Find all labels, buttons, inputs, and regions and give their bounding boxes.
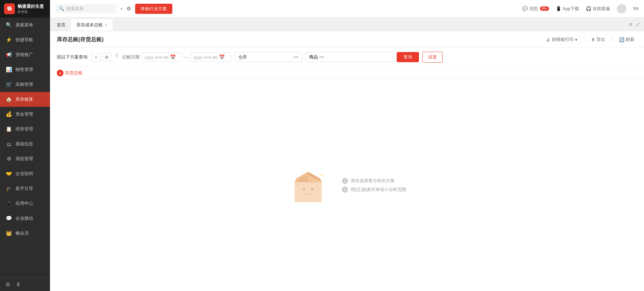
empty-illustration <box>288 165 328 205</box>
filter-action-buttons: + ⚙ 《 <box>92 53 118 62</box>
sidebar-item-wechat[interactable]: 💬 企业微信 <box>0 211 50 226</box>
sidebar-label-inventory: 库存核算 <box>16 96 33 102</box>
logo-text: 畅捷通好生意 标准版 <box>18 3 44 14</box>
sidebar-item-marketing[interactable]: 📢 营销推广 <box>0 47 50 62</box>
warehouse-more-icon: ••• <box>293 54 298 60</box>
product-more-icon: ••• <box>319 54 324 60</box>
action-divider-1 <box>584 37 585 42</box>
topbar-right: 💬 消息 99+ 📱 App下载 🎧 在线客服 Rit <box>522 4 639 14</box>
sidebar-bottom: ⚙ ⏸ <box>0 277 50 291</box>
sidebar-item-finance[interactable]: 💰 资金管理 <box>0 107 50 122</box>
online-support-item[interactable]: 🎧 在线客服 <box>586 6 610 12</box>
tab-close-icon[interactable]: × <box>105 23 107 27</box>
tab-home[interactable]: 首页 <box>51 19 71 31</box>
message-item[interactable]: 💬 消息 99+ <box>522 6 549 12</box>
warehouse-field[interactable]: 仓库 ••• <box>234 52 302 62</box>
filter-row: 记账日期 yyyy-mm-dd 📅 — yyyy-mm-dd 📅 仓库 ••• <box>122 52 637 63</box>
add-filter-button[interactable]: + <box>92 53 100 62</box>
sidebar-label-appstore: 应用中心 <box>16 200 33 207</box>
svg-rect-0 <box>295 182 322 202</box>
sales-icon: 📊 <box>5 66 12 73</box>
collapse-filter-icon[interactable]: 《 <box>113 53 118 62</box>
sidebar-label-purchase: 采购管理 <box>16 81 33 88</box>
sidebar-label-member: 畅会员 <box>16 230 29 236</box>
svg-point-7 <box>311 188 313 190</box>
print-chevron-icon: ▾ <box>575 37 577 42</box>
date-field: 记账日期 yyyy-mm-dd 📅 — yyyy-mm-dd 📅 <box>122 52 231 62</box>
page-actions: 🖨 按模板打印 ▾ ⬆ 导出 🔄 刷新 <box>543 35 637 44</box>
tab-inventory-label: 库存成本总账 <box>76 22 103 28</box>
main-area: 🔍 搜索菜单 ▾ ⚙ 体验行业方案 💬 消息 99+ 📱 App下载 🎧 在线客… <box>50 0 644 291</box>
close-panel-icon[interactable]: ✕ <box>628 21 633 27</box>
sidebar-item-shortcut[interactable]: ⚡ 快捷导航 <box>0 32 50 47</box>
inventory-icon: 🏠 <box>5 96 12 103</box>
app-download-label: App下载 <box>563 6 579 12</box>
sidebar: 畅 畅捷通好生意 标准版 🔍 搜索菜单 ⚡ 快捷导航 📢 营销推广 📊 销售管理… <box>0 0 50 291</box>
logo-icon: 畅 <box>4 3 15 14</box>
tab-inventory-ledger[interactable]: 库存成本总账 × <box>71 19 113 31</box>
settings-filter-button[interactable]: ⚙ <box>102 53 111 62</box>
settings-button[interactable]: 设置 <box>422 52 443 63</box>
box-svg <box>288 165 328 205</box>
sidebar-item-purchase[interactable]: 🛒 采购管理 <box>0 77 50 92</box>
sidebar-label-cooperation: 企业协同 <box>16 171 33 177</box>
settings-icon[interactable]: ⚙ <box>5 281 10 288</box>
message-icon: 💬 <box>522 6 528 11</box>
sidebar-label-shortcut: 快捷导航 <box>16 37 33 43</box>
calendar-start-icon: 📅 <box>170 54 176 60</box>
sub-filter-label: 存货总账 <box>65 70 82 76</box>
sidebar-item-appstore[interactable]: 📱 应用中心 <box>0 196 50 211</box>
search-bar[interactable]: 🔍 搜索菜单 <box>55 4 116 13</box>
sidebar-item-member[interactable]: 👑 畅会员 <box>0 226 50 241</box>
basic-icon: 🗂 <box>5 141 12 147</box>
appstore-icon: 📱 <box>5 200 12 207</box>
calendar-end-icon: 📅 <box>219 54 225 60</box>
sidebar-item-sales[interactable]: 📊 销售管理 <box>0 62 50 77</box>
sidebar-label-system: 系统管理 <box>16 156 33 162</box>
user-avatar[interactable] <box>617 4 626 14</box>
svg-point-10 <box>318 173 319 174</box>
guide-icon: 🎓 <box>5 185 12 192</box>
sidebar-item-cooperation[interactable]: 🤝 企业协同 <box>0 166 50 181</box>
export-button[interactable]: ⬆ 导出 <box>589 35 608 44</box>
trial-button[interactable]: 体验行业方案 <box>135 4 172 14</box>
expand-icon[interactable]: ⤢ <box>636 21 640 27</box>
date-start-input[interactable]: yyyy-mm-dd 📅 <box>142 52 182 62</box>
sidebar-item-search[interactable]: 🔍 搜索菜单 <box>0 18 50 32</box>
shortcut-icon: ⚡ <box>5 37 12 43</box>
app-download-item[interactable]: 📱 App下载 <box>556 6 579 12</box>
topbar-chevron-icon[interactable]: ▾ <box>120 6 122 11</box>
refresh-button[interactable]: 🔄 刷新 <box>616 35 637 44</box>
print-label: 按模板打印 <box>552 37 574 43</box>
user-name[interactable]: Rit <box>633 6 639 11</box>
topbar: 🔍 搜索菜单 ▾ ⚙ 体验行业方案 💬 消息 99+ 📱 App下载 🎧 在线客… <box>50 0 644 18</box>
step-2: 2 用[过滤]条件来缩小分析范围 <box>342 187 406 193</box>
purchase-icon: 🛒 <box>5 81 12 88</box>
sidebar-item-inventory[interactable]: 🏠 库存核算 <box>0 92 50 107</box>
message-badge: 99+ <box>540 6 549 11</box>
product-field[interactable]: 商品 ••• <box>305 52 393 62</box>
audio-icon[interactable]: ⏸ <box>16 282 21 288</box>
sidebar-nav: 🔍 搜索菜单 ⚡ 快捷导航 📢 营销推广 📊 销售管理 🛒 采购管理 🏠 库存核… <box>0 18 50 277</box>
online-support-label: 在线客服 <box>593 6 610 12</box>
sidebar-item-basic[interactable]: 🗂 基础信息 <box>0 137 50 151</box>
sidebar-item-guide[interactable]: 🎓 新手引导 <box>0 181 50 196</box>
tabbar: 首页 库存成本总账 × ✕ ⤢ <box>50 18 644 31</box>
sidebar-logo: 畅 畅捷通好生意 标准版 <box>0 0 50 18</box>
date-end-input[interactable]: yyyy-mm-dd 📅 <box>191 52 231 62</box>
svg-point-8 <box>321 174 323 176</box>
sidebar-item-system[interactable]: ⚙ 系统管理 <box>0 151 50 166</box>
search-icon: 🔍 <box>59 6 64 11</box>
sidebar-item-operations[interactable]: 📋 经营管理 <box>0 122 50 137</box>
query-button[interactable]: 查询 <box>397 52 419 62</box>
system-icon: ⚙ <box>5 155 12 162</box>
message-label: 消息 <box>529 6 538 12</box>
empty-state: 1 请先选择要分析的方案 2 用[过滤]条件来缩小分析范围 <box>50 79 644 291</box>
sidebar-label-wechat: 企业微信 <box>16 215 33 221</box>
print-button[interactable]: 🖨 按模板打印 ▾ <box>543 35 580 44</box>
sub-filter-item[interactable]: ● 存货总账 <box>57 70 82 76</box>
step-2-num: 2 <box>342 187 348 193</box>
content-area: 库存总账(存货总账) 🖨 按模板打印 ▾ ⬆ 导出 🔄 刷新 <box>50 31 644 291</box>
product-label: 商品 <box>309 54 318 60</box>
topbar-settings-icon[interactable]: ⚙ <box>126 5 131 12</box>
